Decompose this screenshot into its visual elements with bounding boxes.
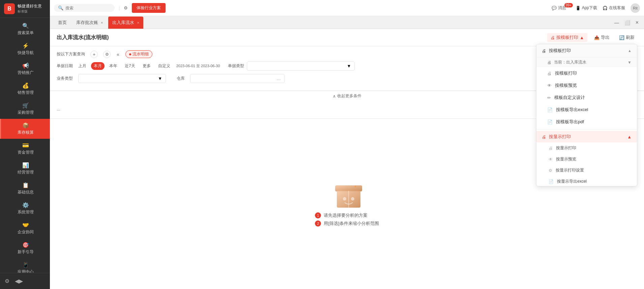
topbar-search[interactable]: 🔍	[54, 4, 115, 12]
tab-label-batch-account: 库存批次账	[76, 20, 98, 26]
sidebar-item-app-center[interactable]: 📱应用中心	[0, 258, 50, 273]
empty-step-2: 2 用[筛选]条件来缩小分析范围	[315, 220, 379, 227]
filter-settings-button[interactable]: ⚙	[103, 51, 111, 58]
page-title: 出入库流水(流水明细)	[57, 34, 109, 41]
settings-icon: ⚙	[105, 52, 109, 57]
biz-type-field[interactable]: ▼	[78, 74, 166, 83]
more-actions-icon[interactable]: ···	[57, 107, 60, 112]
tag-dot	[129, 53, 131, 55]
sidebar-item-system[interactable]: ⚙️系统管理	[0, 199, 50, 218]
biz-type-input[interactable]	[82, 76, 156, 81]
sidebar-item-quick-nav[interactable]: ⚡快捷导航	[0, 39, 50, 59]
dropdown-title: 按模板打印	[549, 48, 571, 54]
tab-label-flow: 出入库流水	[112, 20, 134, 26]
topbar-divider: |	[119, 5, 120, 10]
tabs-bar: 首页库存批次账×出入库流水× — ⬜ ×	[50, 16, 644, 29]
display-export-excel-icon: 📄	[549, 179, 554, 184]
display-section-header[interactable]: 🖨 按显示打印 ▲	[536, 131, 637, 142]
date-btn-本年[interactable]: 本年	[107, 62, 120, 70]
sidebar-item-basics[interactable]: 📋基础信息	[0, 179, 50, 199]
sidebar-bottom: ⚙ ◀▶	[0, 273, 50, 289]
template-export-pdf-icon: 📄	[547, 120, 553, 125]
operations-icon: 📊	[22, 162, 29, 168]
sidebar-label-marketing: 营销推广	[18, 70, 34, 76]
svg-rect-0	[335, 185, 362, 191]
warehouse-more-icon[interactable]: …	[276, 76, 281, 81]
display-export-excel-label: 按显示导出excel	[557, 179, 587, 184]
dropdown-header[interactable]: 🖨 按模板打印 ▲	[536, 44, 637, 57]
sidebar-label-inventory: 库存核算	[18, 130, 34, 135]
sidebar-item-operations[interactable]: 📊经营管理	[0, 159, 50, 179]
online-service-button[interactable]: 🎧 在线客服	[603, 5, 625, 11]
dropdown-item-template-print[interactable]: 🖨按模板打印	[536, 67, 637, 79]
filter-collapse-button[interactable]: «	[116, 51, 120, 58]
sidebar-item-finance[interactable]: 💳资金管理	[0, 139, 50, 159]
display-section-icon: 🖨	[542, 134, 546, 139]
dropdown-item-template-custom[interactable]: ✏模板自定义设计	[536, 91, 637, 104]
filter-add-button[interactable]: +	[90, 51, 98, 58]
sub-item-display-print[interactable]: 🖨按显示打印	[536, 142, 637, 154]
app-download-button[interactable]: 📱 App下载	[576, 5, 597, 11]
sub-item-display-print-settings[interactable]: ⚙按显示打印设置	[536, 165, 637, 176]
dropdown-item-template-export-excel[interactable]: 📄按模板导出excel	[536, 104, 637, 116]
sidebar-label-app-center: 应用中心	[18, 269, 34, 273]
page-actions: 🖨 按模板打印 ▲ 📤 导出 🔄 刷新	[547, 33, 637, 42]
date-btn-更多[interactable]: 更多	[140, 62, 153, 70]
sidebar-label-system: 系统管理	[18, 209, 34, 215]
tab-flow[interactable]: 出入库流水×	[108, 17, 143, 29]
sidebar-item-marketing[interactable]: 📢营销推广	[0, 59, 50, 79]
collapse-sidebar-icon[interactable]: ◀▶	[13, 277, 24, 286]
tab-close-batch-account[interactable]: ×	[101, 21, 103, 25]
export-icon: 📤	[594, 35, 599, 40]
topbar-settings-icon[interactable]: ⚙	[124, 5, 128, 10]
dropdown-item-template-export-pdf[interactable]: 📄按模板导出pdf	[536, 116, 637, 128]
print-template-button[interactable]: 🖨 按模板打印 ▲	[547, 33, 587, 42]
date-btn-上月[interactable]: 上月	[76, 62, 89, 70]
tab-home[interactable]: 首页	[54, 17, 71, 29]
settings-bottom-icon[interactable]: ⚙	[3, 277, 11, 286]
sidebar-item-search-menu[interactable]: 🔍搜索菜单	[0, 19, 50, 39]
dropdown-item-template-preview[interactable]: 👁按模板预览	[536, 79, 637, 91]
sidebar-label-basics: 基础信息	[18, 189, 34, 195]
sidebar-item-newbie[interactable]: 🎯新手引导	[0, 238, 50, 258]
empty-icon: ✦	[333, 181, 360, 208]
messages-badge: 99+	[564, 3, 573, 7]
empty-illustration: ✦	[333, 181, 364, 208]
messages-button[interactable]: 💬 消息 99+	[552, 5, 570, 11]
basics-icon: 📋	[22, 182, 29, 188]
tab-maximize-button[interactable]: ⬜	[623, 19, 632, 26]
empty-step-1: 1 请先选择要分析的方案	[315, 212, 379, 218]
sub-item-display-export-excel[interactable]: 📄按显示导出excel	[536, 176, 637, 186]
tab-batch-account[interactable]: 库存批次账×	[72, 17, 107, 29]
content-area: 出入库流水(流水明细) 🖨 按模板打印 ▲ 📤 导出 🔄 刷新	[50, 29, 644, 289]
date-btn-近7天[interactable]: 近7天	[122, 62, 138, 70]
topbar: 🔍 | ⚙ 体验行业方案 💬 消息 99+ 📱 App下载 🎧 在线客服 Rit	[50, 0, 644, 16]
tab-close-flow[interactable]: ×	[137, 21, 139, 25]
search-input[interactable]	[65, 6, 106, 10]
sidebar-nav: 🔍搜索菜单⚡快捷导航📢营销推广💰销售管理🛒采购管理📦库存核算💳资金管理📊经营管理…	[0, 18, 50, 273]
export-button[interactable]: 📤 导出	[591, 33, 612, 42]
sub-item-display-preview[interactable]: 👁按显示预览	[536, 154, 637, 165]
app-download-label: App下载	[582, 5, 597, 11]
warehouse-label: 仓库	[177, 76, 185, 81]
sidebar-item-inventory[interactable]: 📦库存核算	[0, 119, 50, 139]
warehouse-input[interactable]	[194, 76, 274, 81]
industry-solution-button[interactable]: 体验行业方案	[132, 3, 166, 13]
sidebar-item-partner[interactable]: 🤝企业协同	[0, 218, 50, 238]
sidebar-item-purchase[interactable]: 🛒采购管理	[0, 99, 50, 119]
sidebar-item-sales[interactable]: 💰销售管理	[0, 79, 50, 99]
tag-label: 流水明细	[133, 51, 149, 57]
user-avatar-button[interactable]: Rit	[631, 3, 640, 13]
filter-tag[interactable]: 流水明细	[125, 50, 152, 58]
doc-type-field[interactable]: ▼	[247, 61, 355, 71]
tab-minimize-button[interactable]: —	[613, 19, 620, 26]
refresh-button[interactable]: 🔄 刷新	[616, 33, 637, 42]
warehouse-field[interactable]: …	[190, 74, 285, 83]
date-btn-本月[interactable]: 本月	[91, 62, 105, 70]
sidebar-logo: B 畅捷通好生意 标准版	[0, 0, 50, 18]
date-btn-自定义[interactable]: 自定义	[155, 62, 173, 70]
biz-type-label: 业务类型	[57, 76, 73, 81]
tab-close-button[interactable]: ×	[634, 19, 640, 26]
display-print-icon: 🖨	[549, 146, 553, 151]
doc-type-input[interactable]	[251, 64, 345, 69]
